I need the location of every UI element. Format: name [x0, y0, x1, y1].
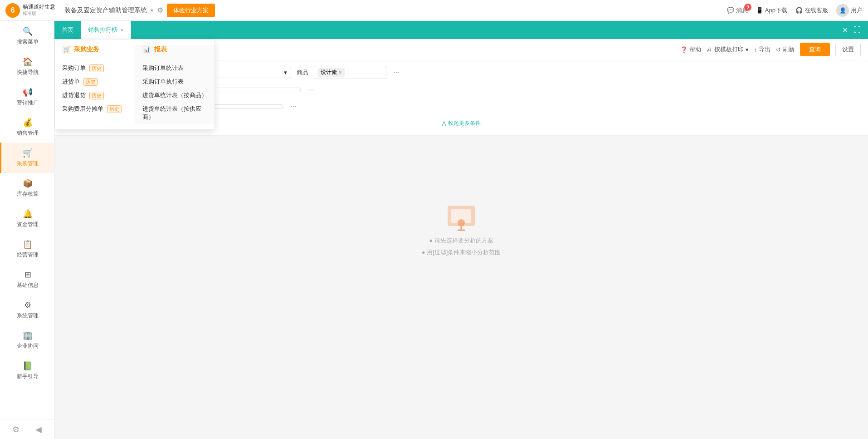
empty-illustration — [439, 197, 484, 233]
sidebar-settings-icon[interactable]: ⚙ — [12, 424, 20, 434]
menu-item-goods-receive[interactable]: 进货单 历史 — [62, 75, 127, 89]
sidebar-item-guide[interactable]: 📗 新手引导 — [0, 355, 54, 386]
help-button[interactable]: ❓ 帮助 — [680, 45, 701, 54]
chevron-down-icon: ▾ — [284, 69, 287, 76]
purchase-menu-col: 🛒 采购业务 采购订单 历史 进货单 历史 进货退货 历史 采购费用分摊单 — [55, 45, 135, 124]
message-icon: 💬 — [727, 7, 734, 14]
avatar-icon: 👤 — [836, 4, 849, 17]
menu-item-purchase-order[interactable]: 采购订单 历史 — [62, 61, 127, 75]
brand-name: 畅通道好生意 — [23, 4, 55, 11]
enterprise-icon: 🏢 — [23, 330, 33, 340]
sidebar-item-operation[interactable]: 📋 经营管理 — [0, 234, 54, 264]
tab-fullscreen-button[interactable]: ⛶ — [852, 24, 863, 36]
phone-icon: 📱 — [756, 7, 763, 14]
goods-tag-close[interactable]: ✕ — [338, 70, 342, 75]
finance-icon: 🔔 — [23, 209, 33, 219]
svg-point-2 — [458, 219, 465, 227]
sidebar-bottom: ⚙ ◀ — [0, 419, 54, 439]
tab-close-button[interactable]: ✕ — [840, 24, 850, 36]
topbar-right: 💬 消息 9 📱 App下载 🎧 在线客服 👤 用户 — [727, 4, 863, 17]
logo-icon: 6 — [5, 3, 20, 18]
menu-item-goods-stats-by-supplier[interactable]: 进货单统计表（按供应商） — [142, 102, 208, 124]
headset-icon: 🎧 — [795, 7, 803, 14]
sidebar-item-enterprise[interactable]: 🏢 企业协同 — [0, 325, 54, 355]
tab-sales-rank[interactable]: 销售排行榜 ✕ — [81, 21, 131, 39]
sidebar-collapse-icon[interactable]: ◀ — [35, 424, 42, 434]
sidebar-item-inventory[interactable]: 📦 库存核算 — [0, 173, 54, 203]
refresh-icon: ↺ — [776, 46, 781, 53]
tab-close-icon[interactable]: ✕ — [120, 28, 124, 33]
user-avatar[interactable]: 👤 用户 — [836, 4, 863, 17]
sidebar-item-basic[interactable]: ⊞ 基础信息 — [0, 264, 54, 295]
print-button[interactable]: 🖨 按模板打印 ▾ — [707, 45, 749, 54]
home-icon: 🏠 — [23, 57, 33, 67]
tab-bar: 首页 销售排行榜 ✕ ✕ ⛶ — [54, 21, 868, 39]
sidebar-item-search[interactable]: 🔍 搜索菜单 — [0, 21, 54, 51]
industry-button[interactable]: 体验行业方案 — [167, 4, 215, 17]
operation-icon: 📋 — [23, 239, 33, 249]
empty-hint-2: ● 用[过滤]条件来缩小分析范围 — [422, 248, 501, 256]
sidebar-item-sales[interactable]: 💰 销售管理 — [0, 112, 54, 143]
menu-item-goods-return[interactable]: 进货退货 历史 — [62, 89, 127, 102]
goods-input[interactable]: 设计素 ✕ — [314, 66, 386, 79]
menu-item-goods-stats-by-product[interactable]: 进货单统计表（按商品） — [142, 89, 208, 102]
sidebar-item-system[interactable]: ⚙ 系统管理 — [0, 295, 54, 325]
main-layout: 🔍 搜索菜单 🏠 快捷导航 📢 营销推广 💰 销售管理 🛒 采购管理 📦 库存核… — [0, 21, 868, 439]
sidebar: 🔍 搜索菜单 🏠 快捷导航 📢 营销推广 💰 销售管理 🛒 采购管理 📦 库存核… — [0, 21, 54, 439]
purchase-cost-badge: 历史 — [107, 105, 122, 113]
query-button[interactable]: 查询 — [800, 43, 830, 56]
menu-item-purchase-cost[interactable]: 采购费用分摊单 历史 — [62, 102, 127, 116]
export-icon: ↑ — [754, 46, 757, 53]
dropdown-icon[interactable]: ▾ — [151, 7, 153, 14]
report-col-title: 📊 报表 — [142, 45, 208, 57]
online-service-button[interactable]: 🎧 在线客服 — [795, 6, 828, 15]
empty-hint-1: ● 请先选择要分析的方案 — [429, 237, 493, 245]
settings-icon[interactable]: ⚙ — [157, 6, 163, 15]
settings-button[interactable]: 设置 — [835, 43, 861, 56]
report-col-icon: 📊 — [142, 45, 151, 54]
system-title: 装备及固定资产辅助管理系统 ▾ ⚙ 体验行业方案 — [64, 4, 722, 17]
goods-more-button[interactable]: ··· — [392, 69, 401, 77]
content-area: 首页 销售排行榜 ✕ ✕ ⛶ ❓ 帮助 🖨 按模板打印 — [54, 21, 868, 439]
empty-state: ● 请先选择要分析的方案 ● 用[过滤]条件来缩小分析范围 — [54, 136, 868, 317]
collapse-icon: ⋀ — [442, 120, 446, 127]
menu-item-purchase-order-exec[interactable]: 采购订单执行表 — [142, 75, 208, 89]
purchase-dropdown-menu: 🛒 采购业务 采购订单 历史 进货单 历史 进货退货 历史 采购费用分摊单 — [54, 39, 215, 130]
salesperson-more-button[interactable]: ··· — [306, 86, 316, 94]
report-menu-col: 📊 报表 采购订单统计表 采购订单执行表 进货单统计表（按商品） 进货单统计表（… — [135, 45, 215, 124]
tab-home[interactable]: 首页 — [54, 21, 81, 39]
sidebar-item-marketing[interactable]: 📢 营销推广 — [0, 82, 54, 112]
purchase-col-title: 🛒 采购业务 — [62, 45, 127, 57]
app-download-button[interactable]: 📱 App下载 — [756, 6, 787, 15]
customer-more-button[interactable]: ··· — [288, 103, 298, 111]
help-icon: ❓ — [680, 46, 688, 53]
goods-return-badge: 历史 — [89, 92, 104, 99]
refresh-button[interactable]: ↺ 刷新 — [776, 45, 795, 54]
message-badge: 9 — [744, 4, 751, 11]
purchase-order-badge: 历史 — [89, 64, 104, 72]
system-icon: ⚙ — [24, 300, 31, 310]
sidebar-item-finance[interactable]: 🔔 资金管理 — [0, 203, 54, 234]
tab-actions: ✕ ⛶ — [840, 24, 868, 36]
guide-icon: 📗 — [23, 361, 33, 371]
basic-icon: ⊞ — [24, 270, 31, 280]
purchase-col-icon: 🛒 — [62, 45, 71, 54]
messages-button[interactable]: 💬 消息 9 — [727, 6, 748, 15]
collapse-button[interactable]: ⋀ 收起更多条件 — [442, 119, 481, 127]
goods-receive-badge: 历史 — [83, 78, 98, 86]
marketing-icon: 📢 — [23, 87, 33, 97]
sidebar-item-quick[interactable]: 🏠 快捷导航 — [0, 51, 54, 82]
goods-label: 商品 — [297, 69, 308, 77]
search-icon: 🔍 — [23, 26, 33, 36]
salesperson-select[interactable] — [210, 88, 301, 92]
menu-item-purchase-order-stats[interactable]: 采购订单统计表 — [142, 61, 208, 75]
print-dropdown-icon: ▾ — [746, 46, 749, 53]
logo-area: 6 畅通道好生意 标准版 — [5, 3, 60, 18]
sales-icon: 💰 — [23, 118, 33, 128]
goods-tag: 设计素 ✕ — [318, 68, 345, 77]
export-button[interactable]: ↑ 导出 — [754, 45, 771, 54]
purchase-icon: 🛒 — [23, 148, 33, 158]
topbar: 6 畅通道好生意 标准版 装备及固定资产辅助管理系统 ▾ ⚙ 体验行业方案 💬 … — [0, 0, 868, 21]
sidebar-item-purchase[interactable]: 🛒 采购管理 — [0, 143, 54, 173]
inventory-icon: 📦 — [23, 178, 33, 188]
